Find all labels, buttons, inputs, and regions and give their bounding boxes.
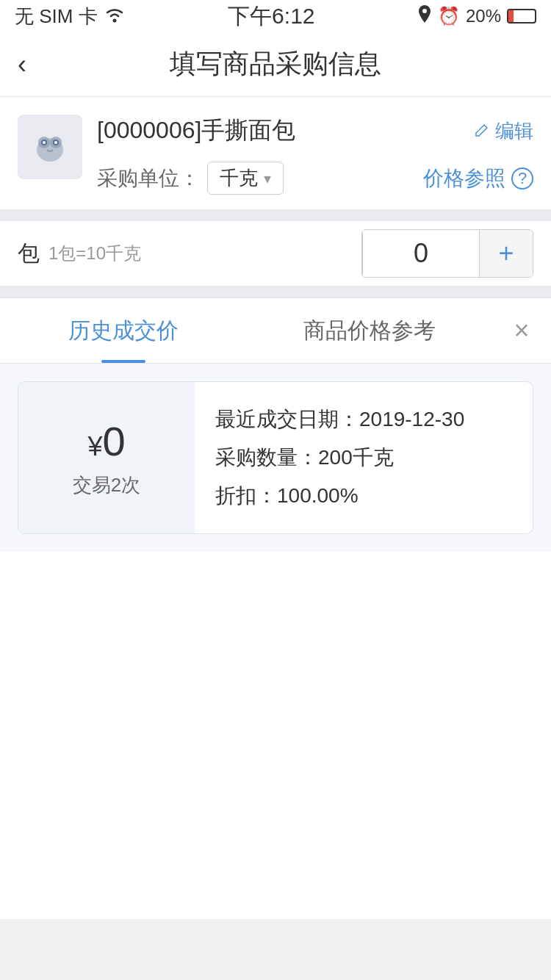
- svg-point-7: [43, 141, 46, 144]
- nav-bar: ‹ 填写商品采购信息: [0, 32, 551, 97]
- card-price-summary: ¥0 交易2次: [18, 382, 195, 533]
- battery-text: 20%: [466, 6, 501, 26]
- section-divider: [0, 209, 551, 221]
- carrier-text: 无 SIM 卡: [15, 4, 98, 29]
- product-info: [0000006]手撕面包 编辑 采购单位： 千克 ▾ 价格: [97, 115, 533, 195]
- product-thumbnail: [18, 115, 82, 179]
- quantity-control: 0 +: [361, 229, 533, 278]
- card-container: ¥0 交易2次 最近成交日期：2019-12-30 采购数量：200千克 折扣：…: [0, 364, 551, 552]
- tabs-row: 历史成交价 商品价格参考 ×: [0, 298, 551, 364]
- svg-point-8: [54, 141, 57, 144]
- page-title: 填写商品采购信息: [170, 46, 381, 82]
- battery-icon: [507, 9, 536, 24]
- dropdown-arrow: ▾: [264, 170, 271, 187]
- empty-area: [0, 552, 551, 919]
- price-value: 0: [102, 418, 125, 464]
- tab-price-reference[interactable]: 商品价格参考: [246, 298, 492, 363]
- edit-button[interactable]: 编辑: [473, 118, 533, 144]
- svg-point-0: [112, 18, 116, 22]
- back-button[interactable]: ‹: [18, 49, 26, 80]
- trade-count: 交易2次: [73, 472, 140, 498]
- unit-selector[interactable]: 千克 ▾: [207, 162, 284, 195]
- tab-underline: [101, 360, 145, 363]
- price-ref-button[interactable]: 价格参照 ?: [423, 165, 533, 192]
- discount-row: 折扣：100.00%: [215, 482, 512, 510]
- price-display: ¥0: [87, 417, 125, 465]
- status-left: 无 SIM 卡: [15, 4, 126, 29]
- product-section: [0000006]手撕面包 编辑 采购单位： 千克 ▾ 价格: [0, 97, 551, 209]
- section-divider-2: [0, 286, 551, 298]
- card-details: 最近成交日期：2019-12-30 采购数量：200千克 折扣：100.00%: [195, 382, 533, 533]
- product-name: [0000006]手撕面包: [97, 115, 295, 147]
- unit-badge: 包: [18, 239, 40, 269]
- purchase-qty-row: 采购数量：200千克: [215, 444, 512, 472]
- tab-history-price[interactable]: 历史成交价: [0, 298, 246, 363]
- history-card: ¥0 交易2次 最近成交日期：2019-12-30 采购数量：200千克 折扣：…: [18, 381, 533, 534]
- status-time: 下午6:12: [228, 1, 314, 32]
- panel-close-button[interactable]: ×: [492, 315, 551, 346]
- quantity-input[interactable]: 0: [362, 230, 480, 277]
- panel-container: 历史成交价 商品价格参考 × ¥0 交易2次 最近成交日期：2019-12-30…: [0, 298, 551, 552]
- unit-conversion: 1包=10千克: [48, 242, 141, 265]
- unit-label: 采购单位：: [97, 165, 200, 192]
- quantity-section: 包 1包=10千克 0 +: [0, 221, 551, 286]
- quantity-plus-button[interactable]: +: [480, 230, 533, 277]
- status-right: ⏰ 20%: [417, 5, 536, 27]
- price-symbol: ¥: [87, 431, 102, 461]
- recent-date-row: 最近成交日期：2019-12-30: [215, 406, 512, 433]
- alarm-icon: ⏰: [438, 6, 460, 26]
- location-icon: [417, 5, 432, 27]
- status-bar: 无 SIM 卡 下午6:12 ⏰ 20%: [0, 0, 551, 32]
- price-ref-help-icon: ?: [511, 167, 533, 190]
- wifi-icon: [104, 5, 126, 28]
- svg-point-1: [422, 9, 427, 13]
